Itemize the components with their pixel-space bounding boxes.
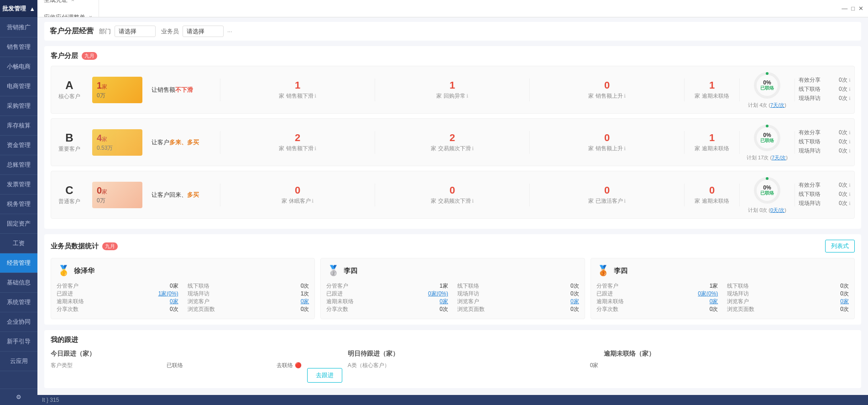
salesperson-title: 业务员数据统计	[51, 242, 99, 251]
sidebar-item-税务管理[interactable]: 税务管理	[0, 195, 37, 214]
sp-stat-分管客户: 分管客户 1家	[596, 282, 718, 290]
tier-stat2-B: 2 家 交易频次下滑 ℹ	[375, 132, 529, 153]
followup-section: 我的跟进 今日跟进（家） 客户类型 已联络 去联络 🔴 去跟进 明日待跟进（家）	[44, 330, 861, 388]
sidebar-settings[interactable]: ⚙	[0, 389, 37, 405]
tab-生成凭证[interactable]: 生成凭证×	[37, 0, 99, 9]
sp-stat-分享次数: 分享次数 0次	[596, 305, 718, 313]
sidebar-item-经营管理[interactable]: 经营管理	[0, 253, 37, 273]
sidebar-item-销售管理[interactable]: 销售管理	[0, 37, 37, 57]
salesperson-header-2: 🥉 李四	[596, 264, 849, 278]
sidebar-item-采购管理[interactable]: 采购管理	[0, 96, 37, 116]
sp-stat-浏览客户: 浏览客户 0家	[188, 298, 309, 305]
sidebar-item-库存核算[interactable]: 库存核算	[0, 116, 37, 136]
content-area: 客户分层经营 部门 请选择 业务员 请选择 ··· 客户分层 九月	[37, 17, 868, 395]
sp-stats-right-0: 线下联络 0次 现场拜访 1次 浏览客户 0家 浏览页面数 0次	[188, 282, 309, 313]
more-options-icon[interactable]: ···	[227, 28, 232, 35]
tier-desc-A: 让销售额不下滑	[147, 86, 220, 94]
sp-stat-分享次数: 分享次数 0次	[57, 305, 178, 313]
salesperson-header: 业务员数据统计 九月 列表式	[51, 240, 855, 252]
sidebar-item-小畅电商[interactable]: 小畅电商	[0, 57, 37, 77]
tab-应收应付调整单[interactable]: 应收应付调整单×	[37, 9, 99, 18]
sp-stat-浏览页面数: 浏览页面数 0次	[457, 305, 579, 313]
main-area: 首页门店商品目录×销货单×店铺管理×生成凭证×应收应付调整单×工资表×工资统计报…	[37, 0, 868, 405]
sidebar-collapse-icon[interactable]: ▲	[29, 5, 35, 12]
tab-close-生成凭证[interactable]: ×	[71, 0, 74, 9]
sidebar-item-总账管理[interactable]: 总账管理	[0, 155, 37, 175]
sp-stats-left-0: 分管客户 0家 已跟进 1家(0%) 逾期未联络 0家 分享次数 0次	[57, 282, 178, 313]
salesperson-card-0: 🥇 徐泽华 分管客户 0家 已跟进 1家(0%) 逾期未联络 0家 分享次数 0…	[51, 258, 315, 319]
tier-label-B: B 重要客户	[51, 131, 88, 153]
sp-stat-已跟进: 已跟进 0家(0%)	[596, 290, 718, 298]
sidebar-item-营销推广[interactable]: 营销推广	[0, 18, 37, 37]
sp-stats-left-1: 分管客户 1家 已跟进 0家(0%) 逾期未联络 0家 分享次数 0次	[326, 282, 448, 313]
salesperson-card-1: 🥈 李四 分管客户 1家 已跟进 0家(0%) 逾期未联络 0家 分享次数 0次…	[320, 258, 585, 319]
sidebar-header[interactable]: 批发管理 ▲	[0, 0, 37, 18]
sp-stat-分享次数: 分享次数 0次	[326, 305, 448, 313]
tier-contact-C: 0 家 逾期未联络	[685, 184, 739, 205]
tier-desc-C: 让客户回来、多买	[147, 191, 220, 199]
sidebar-item-新手引导[interactable]: 新手引导	[0, 332, 37, 352]
overdue-title: 逾期未联络（家）	[604, 350, 855, 358]
sales-select[interactable]: 请选择	[183, 26, 224, 37]
tier-stat1-C: 0 家 休眠客户 ℹ	[220, 184, 375, 205]
sp-stat-线下联络: 线下联络 0次	[188, 282, 309, 290]
sp-stat-已跟进: 已跟进 0家(0%)	[326, 290, 448, 298]
tomorrow-followup-col: 明日待跟进（家） A类（核心客户） 0家	[348, 350, 599, 371]
tier-circle-C: 0% 已联络 计划 0次 (0天/次)	[740, 176, 795, 214]
goto-followup-col: 去跟进	[307, 350, 342, 383]
sidebar-item-基础信息[interactable]: 基础信息	[0, 273, 37, 293]
sp-stat-现场拜访: 现场拜访 0次	[457, 290, 579, 298]
tab-bar: 首页门店商品目录×销货单×店铺管理×生成凭证×应收应付调整单×工资表×工资统计报…	[37, 0, 868, 17]
tier-right-stats-A: 有效分享 0次 ℹ线下联络 0次 ℹ现场拜访 0次 ℹ	[795, 76, 854, 104]
sidebar-item-企业协同[interactable]: 企业协同	[0, 312, 37, 332]
overdue-col: 逾期未联络（家）	[604, 350, 855, 362]
dept-select[interactable]: 请选择	[115, 26, 156, 37]
tab-bar-actions: — □ ✕	[837, 5, 868, 12]
sidebar-item-资金管理[interactable]: 资金管理	[0, 136, 37, 155]
list-view-button[interactable]: 列表式	[825, 240, 855, 252]
sp-stat-浏览客户: 浏览客户 0家	[727, 298, 849, 305]
sidebar-item-系统管理[interactable]: 系统管理	[0, 293, 37, 312]
status-text: It } 315	[42, 397, 59, 403]
tier-stat2-A: 1 家 回购异常 ℹ	[375, 79, 529, 100]
tier-count-C: 0家 0万	[88, 182, 147, 208]
sidebar-item-固定资产[interactable]: 固定资产	[0, 214, 37, 234]
sidebar-item-工资[interactable]: 工资	[0, 234, 37, 253]
tier-contact-B: 1 家 逾期未联络	[685, 132, 739, 153]
sp-stat-分管客户: 分管客户 1家	[326, 282, 448, 290]
salesperson-header-0: 🥇 徐泽华	[57, 264, 309, 278]
tier-desc-B: 让客户多来、多买	[147, 138, 220, 147]
followup-grid: 今日跟进（家） 客户类型 已联络 去联络 🔴 去跟进 明日待跟进（家） A类（核…	[51, 350, 855, 383]
salesperson-header-1: 🥈 李四	[326, 264, 579, 278]
sales-filter: 业务员 请选择 ···	[161, 26, 232, 37]
sp-stat-现场拜访: 现场拜访 0次	[727, 290, 849, 298]
dept-label: 部门	[99, 27, 111, 36]
sidebar-item-云应用[interactable]: 云应用	[0, 352, 37, 371]
tomorrow-followup-title: 明日待跟进（家）	[348, 350, 599, 358]
today-followup-col: 今日跟进（家） 客户类型 已联络 去联络 🔴	[51, 350, 302, 371]
sp-stats-right-2: 线下联络 0次 现场拜访 0次 浏览客户 0家 浏览页面数 0次	[727, 282, 849, 313]
sp-stat-逾期未联络: 逾期未联络 0家	[326, 298, 448, 305]
salesperson-medal-2: 🥉	[596, 264, 610, 278]
window-minimize-icon[interactable]: —	[842, 5, 847, 12]
tier-stat3-A: 0 家 销售额上升 ℹ	[530, 79, 684, 100]
goto-followup-button[interactable]: 去跟进	[307, 368, 342, 383]
salesperson-stats-2: 分管客户 1家 已跟进 0家(0%) 逾期未联络 0家 分享次数 0次 线下联络…	[596, 282, 849, 313]
tier-row-A: A 核心客户 1家 0万 让销售额不下滑 1 家 销售额下滑 ℹ 1 家 回购异…	[51, 66, 855, 114]
tier-circle-A: 0% 已联络 计划 4次 (7天/次)	[740, 71, 795, 109]
tier-label-A: A 核心客户	[51, 79, 88, 100]
sp-stats-right-1: 线下联络 0次 现场拜访 0次 浏览客户 0家 浏览页面数 0次	[457, 282, 579, 313]
sidebar-item-发票管理[interactable]: 发票管理	[0, 175, 37, 195]
sp-stat-分管客户: 分管客户 0家	[57, 282, 178, 290]
sidebar-item-电商管理[interactable]: 电商管理	[0, 77, 37, 96]
tier-count-A: 1家 0万	[88, 77, 147, 103]
tab-close-应收应付调整单[interactable]: ×	[89, 9, 92, 18]
sales-label: 业务员	[161, 27, 179, 36]
tier-contact-A: 1 家 逾期未联络	[685, 79, 739, 100]
page-header: 客户分层经营 部门 请选择 业务员 请选择 ···	[44, 22, 861, 41]
window-close-icon[interactable]: ✕	[858, 5, 863, 12]
sp-stat-现场拜访: 现场拜访 1次	[188, 290, 309, 298]
window-maximize-icon[interactable]: □	[851, 5, 855, 12]
dept-filter: 部门 请选择	[99, 26, 156, 37]
customer-month-badge: 九月	[82, 52, 97, 60]
